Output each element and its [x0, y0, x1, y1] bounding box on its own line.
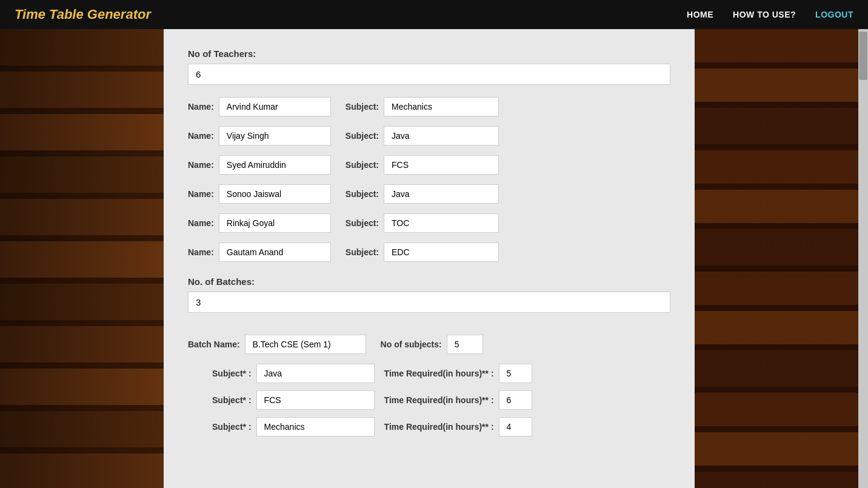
subject-field-input-0-0[interactable] — [256, 364, 375, 383]
subject-label-1: Subject: — [346, 131, 379, 141]
teacher-rows: Name: Subject: Name: Subject: Name: Subj… — [188, 97, 670, 262]
no-subjects-label-0: No of subjects: — [381, 339, 442, 349]
teacher-name-input-4[interactable] — [219, 213, 331, 233]
teacher-row: Name: Subject: — [188, 242, 670, 262]
subject-label-2: Subject: — [346, 160, 379, 170]
left-sidebar — [0, 29, 164, 488]
scrollbar[interactable] — [858, 29, 868, 488]
teacher-name-input-2[interactable] — [219, 155, 331, 175]
name-label-1: Name: — [188, 131, 214, 141]
subject-label-3: Subject: — [346, 189, 379, 199]
teacher-row: Name: Subject: — [188, 155, 670, 175]
time-req-label-0-0: Time Required(in hours)** : — [384, 369, 494, 378]
time-req-input-0-1[interactable] — [499, 390, 532, 410]
teacher-name-input-3[interactable] — [219, 184, 331, 204]
teacher-row: Name: Subject: — [188, 184, 670, 204]
batches-section-label: No. of Batches: — [188, 276, 670, 287]
nav-home[interactable]: HOME — [687, 10, 713, 19]
teacher-name-input-1[interactable] — [219, 126, 331, 145]
teacher-subject-input-5[interactable] — [384, 242, 499, 262]
subject-label-0: Subject: — [346, 102, 379, 112]
batch-row-0: Batch Name: No of subjects: — [188, 335, 670, 354]
teacher-name-input-5[interactable] — [219, 242, 331, 262]
batches-count-input[interactable] — [188, 292, 670, 313]
right-sidebar — [695, 29, 858, 488]
left-sidebar-overlay — [0, 29, 164, 488]
time-req-input-0-0[interactable] — [499, 364, 532, 383]
teacher-subject-input-2[interactable] — [384, 155, 499, 175]
teacher-name-input-0[interactable] — [219, 97, 331, 116]
time-req-label-0-2: Time Required(in hours)** : — [384, 422, 494, 432]
subject-star-label-0-2: Subject* : — [212, 422, 252, 432]
name-label-0: Name: — [188, 102, 214, 112]
teacher-subject-input-1[interactable] — [384, 126, 499, 145]
teachers-count-input[interactable] — [188, 64, 670, 85]
subject-row-0-0: Subject* : Time Required(in hours)** : — [212, 364, 670, 383]
nav-logout[interactable]: LOGOUT — [815, 10, 853, 19]
name-label-2: Name: — [188, 160, 214, 170]
subject-label-5: Subject: — [346, 247, 379, 257]
teacher-row: Name: Subject: — [188, 213, 670, 233]
subject-row-0-1: Subject* : Time Required(in hours)** : — [212, 390, 670, 410]
brand-title: Time Table Generator — [15, 7, 687, 22]
teachers-section-label: No of Teachers: — [188, 48, 670, 59]
subject-star-label-0-1: Subject* : — [212, 395, 252, 405]
teacher-row: Name: Subject: — [188, 97, 670, 116]
subject-row-0-2: Subject* : Time Required(in hours)** : — [212, 417, 670, 436]
subject-label-4: Subject: — [346, 218, 379, 228]
teacher-subject-input-0[interactable] — [384, 97, 499, 116]
page-layout: No of Teachers: Name: Subject: Name: Sub… — [0, 29, 868, 488]
scrollbar-thumb[interactable] — [859, 32, 867, 80]
nav-how-to-use[interactable]: HOW TO USE? — [733, 10, 796, 19]
no-subjects-input-0[interactable] — [447, 335, 483, 354]
teacher-row: Name: Subject: — [188, 126, 670, 145]
batch-name-label-0: Batch Name: — [188, 339, 240, 349]
subject-star-label-0-0: Subject* : — [212, 369, 252, 378]
subject-field-input-0-2[interactable] — [256, 417, 375, 436]
batch-rows: Batch Name: No of subjects: Subject* : T… — [188, 335, 670, 436]
main-content: No of Teachers: Name: Subject: Name: Sub… — [164, 29, 695, 488]
nav-links: HOME HOW TO USE? LOGOUT — [687, 10, 853, 19]
teacher-subject-input-3[interactable] — [384, 184, 499, 204]
name-label-3: Name: — [188, 189, 214, 199]
subject-field-input-0-1[interactable] — [256, 390, 375, 410]
name-label-5: Name: — [188, 247, 214, 257]
right-sidebar-bg — [695, 29, 858, 488]
name-label-4: Name: — [188, 218, 214, 228]
batch-0: Batch Name: No of subjects: Subject* : T… — [188, 335, 670, 436]
teacher-subject-input-4[interactable] — [384, 213, 499, 233]
time-req-label-0-1: Time Required(in hours)** : — [384, 395, 494, 405]
batch-name-input-0[interactable] — [245, 335, 366, 354]
time-req-input-0-2[interactable] — [499, 417, 532, 436]
batches-section-divider: No. of Batches: — [188, 276, 670, 325]
navbar: Time Table Generator HOME HOW TO USE? LO… — [0, 0, 868, 29]
